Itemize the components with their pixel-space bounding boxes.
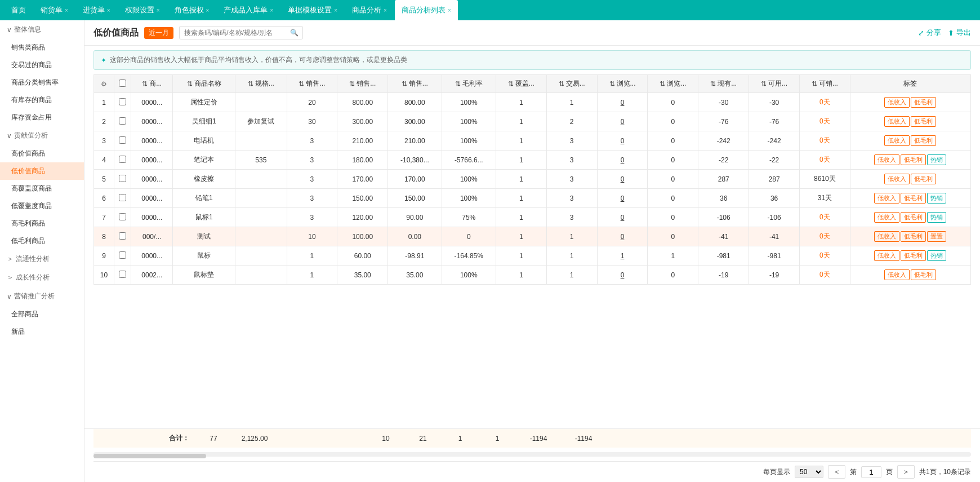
col-checkbox-header[interactable] bbox=[114, 75, 131, 93]
row-saleable: 31天 bbox=[799, 189, 850, 208]
export-button[interactable]: ⬆ 导出 bbox=[948, 28, 971, 38]
sidebar-section-overall[interactable]: ∨ 整体信息 bbox=[0, 20, 84, 39]
row-view1[interactable]: 0 bbox=[597, 112, 648, 131]
sidebar-item-all-goods[interactable]: 全部商品 bbox=[0, 306, 84, 323]
sidebar-item-high-value[interactable]: 高价值商品 bbox=[0, 145, 84, 162]
horizontal-scrollbar[interactable] bbox=[93, 452, 971, 457]
share-button[interactable]: ⤢ 分享 bbox=[918, 28, 941, 38]
close-icon[interactable]: × bbox=[270, 7, 273, 14]
search-input[interactable] bbox=[179, 26, 303, 39]
row-checkbox[interactable] bbox=[119, 117, 126, 125]
nav-home[interactable]: 首页 bbox=[5, 0, 33, 20]
sidebar-item-high-profit[interactable]: 高毛利商品 bbox=[0, 215, 84, 232]
row-checkbox-cell[interactable] bbox=[114, 189, 131, 208]
nav-product-in[interactable]: 产成品入库单 × bbox=[217, 0, 280, 20]
col-gear[interactable]: ⚙ bbox=[94, 75, 114, 93]
search-icon[interactable]: 🔍 bbox=[290, 29, 299, 37]
page-number-input[interactable] bbox=[861, 466, 881, 478]
row-checkbox-cell[interactable] bbox=[114, 112, 131, 131]
row-checkbox-cell[interactable] bbox=[114, 151, 131, 170]
row-sale-qty: 30 bbox=[287, 112, 337, 131]
close-icon[interactable]: × bbox=[107, 7, 110, 14]
sidebar-item-low-coverage[interactable]: 低覆盖度商品 bbox=[0, 197, 84, 215]
row-trade: 1 bbox=[546, 266, 597, 285]
row-view1[interactable]: 0 bbox=[597, 189, 648, 208]
row-margin: -164.85% bbox=[442, 246, 496, 266]
row-checkbox-cell[interactable] bbox=[114, 227, 131, 246]
select-all-checkbox[interactable] bbox=[119, 79, 126, 87]
row-checkbox[interactable] bbox=[119, 213, 126, 220]
sidebar-section-growth[interactable]: ＞ 成长性分析 bbox=[0, 268, 84, 287]
row-view1[interactable]: 0 bbox=[597, 131, 648, 151]
sidebar-item-low-profit[interactable]: 低毛利商品 bbox=[0, 232, 84, 250]
row-sale-profit: 210.00 bbox=[388, 131, 442, 151]
tag: 低收入 bbox=[874, 212, 899, 223]
info-icon: ✦ bbox=[101, 56, 106, 64]
filter-tag-month[interactable]: 近一月 bbox=[144, 27, 173, 39]
row-checkbox[interactable] bbox=[119, 194, 126, 201]
table-row: 5 0000... 橡皮擦 3 170.00 170.00 100% 1 3 0… bbox=[94, 170, 971, 189]
row-checkbox-cell[interactable] bbox=[114, 170, 131, 189]
nav-goods-analysis[interactable]: 商品分析 × bbox=[345, 0, 394, 20]
pagination-bar: 每页显示 50 100 200 ＜ 第 页 ＞ 共1页，10条记录 bbox=[93, 461, 971, 482]
row-checkbox[interactable] bbox=[119, 156, 126, 163]
row-coverage: 1 bbox=[496, 266, 546, 285]
row-checkbox-cell[interactable] bbox=[114, 131, 131, 151]
col-tags-header: 标签 bbox=[850, 75, 970, 93]
close-icon[interactable]: × bbox=[157, 7, 160, 14]
row-sale-profit: 150.00 bbox=[388, 189, 442, 208]
nav-sales[interactable]: 销货单 × bbox=[34, 0, 75, 20]
row-margin: 100% bbox=[442, 93, 496, 112]
row-checkbox-cell[interactable] bbox=[114, 93, 131, 112]
nav-role[interactable]: 角色授权 × bbox=[168, 0, 216, 20]
row-available: 287 bbox=[749, 170, 800, 189]
row-checkbox[interactable] bbox=[119, 136, 126, 144]
close-icon[interactable]: × bbox=[65, 7, 68, 14]
close-icon[interactable]: × bbox=[334, 7, 337, 14]
sidebar-item-category-rate[interactable]: 商品分类销售率 bbox=[0, 74, 84, 91]
row-checkbox-cell[interactable] bbox=[114, 246, 131, 266]
row-checkbox[interactable] bbox=[119, 232, 126, 240]
row-view1[interactable]: 0 bbox=[597, 266, 648, 285]
sidebar-item-traded-goods[interactable]: 交易过的商品 bbox=[0, 56, 84, 74]
sidebar-section-marketing[interactable]: ∨ 营销推广分析 bbox=[0, 287, 84, 306]
nav-goods-analysis-list[interactable]: 商品分析列表 × bbox=[395, 0, 458, 20]
row-code: 0000... bbox=[131, 131, 173, 151]
row-coverage: 1 bbox=[496, 112, 546, 131]
nav-permissions[interactable]: 权限设置 × bbox=[118, 0, 167, 20]
sidebar-section-contribution[interactable]: ∨ 贡献值分析 bbox=[0, 126, 84, 145]
close-icon[interactable]: × bbox=[384, 7, 387, 14]
row-checkbox-cell[interactable] bbox=[114, 266, 131, 285]
row-view1[interactable]: 0 bbox=[597, 208, 648, 227]
next-page-btn[interactable]: ＞ bbox=[897, 465, 915, 479]
sidebar-item-sales-goods[interactable]: 销售类商品 bbox=[0, 39, 84, 56]
sidebar-item-new-goods[interactable]: 新品 bbox=[0, 323, 84, 341]
nav-purchase[interactable]: 进货单 × bbox=[76, 0, 117, 20]
scrollbar-thumb[interactable] bbox=[93, 454, 206, 458]
nav-template[interactable]: 单据模板设置 × bbox=[281, 0, 344, 20]
row-view1[interactable]: 0 bbox=[597, 170, 648, 189]
row-view1[interactable]: 0 bbox=[597, 227, 648, 246]
tag: 热销 bbox=[927, 212, 946, 223]
sidebar-item-capital[interactable]: 库存资金占用 bbox=[0, 109, 84, 126]
row-view2: 0 bbox=[648, 112, 698, 131]
total-label: 合计： bbox=[93, 434, 195, 443]
row-view1[interactable]: 0 bbox=[597, 151, 648, 170]
row-checkbox-cell[interactable] bbox=[114, 208, 131, 227]
row-view1[interactable]: 0 bbox=[597, 93, 648, 112]
prev-page-btn[interactable]: ＜ bbox=[828, 465, 845, 479]
close-icon[interactable]: × bbox=[448, 7, 451, 14]
row-checkbox[interactable] bbox=[119, 98, 126, 105]
row-checkbox[interactable] bbox=[119, 175, 126, 182]
row-checkbox[interactable] bbox=[119, 251, 126, 259]
sidebar-item-low-value[interactable]: 低价值商品 bbox=[0, 162, 84, 180]
sidebar-section-flow[interactable]: ＞ 流通性分析 bbox=[0, 250, 84, 268]
sidebar-item-stocked-goods[interactable]: 有库存的商品 bbox=[0, 91, 84, 109]
row-checkbox[interactable] bbox=[119, 271, 126, 278]
per-page-select[interactable]: 50 100 200 bbox=[795, 466, 823, 478]
row-view1[interactable]: 1 bbox=[597, 246, 648, 266]
gear-icon[interactable]: ⚙ bbox=[101, 80, 107, 88]
sidebar-item-high-coverage[interactable]: 高覆盖度商品 bbox=[0, 180, 84, 197]
row-view2: 0 bbox=[648, 227, 698, 246]
close-icon[interactable]: × bbox=[206, 7, 210, 14]
